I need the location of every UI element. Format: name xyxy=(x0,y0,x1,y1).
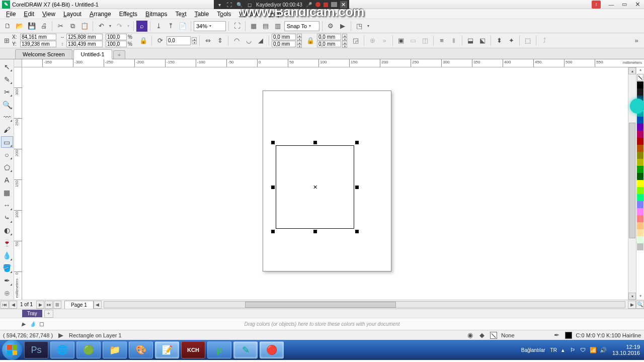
menu-view[interactable]: View xyxy=(38,10,59,19)
zoom-combo[interactable]: 34%▾ xyxy=(194,21,226,31)
hscroll-right-button[interactable]: ▶ xyxy=(628,301,636,309)
palette-swatch[interactable] xyxy=(637,187,643,194)
palette-swatch[interactable] xyxy=(637,173,643,180)
ruler-horizontal[interactable]: -350 -300 -250 -200 -150 -100 -50 0 50 1… xyxy=(14,59,644,67)
task-paint[interactable]: 🎨 xyxy=(129,341,153,358)
y-input[interactable] xyxy=(20,41,56,47)
eyedropper-tool[interactable]: 💧 xyxy=(1,250,13,261)
tray-nofill-icon[interactable] xyxy=(38,321,45,328)
hscroll-left-button[interactable]: ◀ xyxy=(94,301,102,309)
distribute-button[interactable]: ⫴ xyxy=(448,35,459,46)
notification-icon[interactable]: ! xyxy=(592,1,601,9)
page-first-button[interactable]: ⏮ xyxy=(1,301,9,309)
task-utorrent[interactable]: μ xyxy=(207,341,231,358)
artistic-tool[interactable]: 🖌 xyxy=(1,124,13,135)
status-play-icon[interactable]: ▶ xyxy=(57,331,65,339)
palette-swatch[interactable] xyxy=(637,131,643,138)
scroll-thumb[interactable] xyxy=(629,123,635,238)
canvas[interactable]: ✕ xyxy=(22,67,628,300)
copy-button[interactable]: ⧉ xyxy=(67,21,78,32)
menu-help[interactable]: Help xyxy=(265,10,285,19)
align-button[interactable]: ≡ xyxy=(436,35,447,46)
show-grid-button[interactable]: ▤ xyxy=(260,21,271,32)
shape-tool[interactable]: ✎ xyxy=(1,73,13,85)
height-input[interactable] xyxy=(66,41,103,47)
print-button[interactable]: 🖨 xyxy=(38,21,49,32)
navigator-button[interactable]: 🔍 xyxy=(636,301,644,309)
ruler-origin[interactable] xyxy=(14,59,22,67)
quick-trace-button[interactable]: ✦ xyxy=(506,35,517,46)
menu-layout[interactable]: Layout xyxy=(59,10,86,19)
drop-shadow-tool[interactable]: ◐ xyxy=(1,225,13,236)
width-input[interactable] xyxy=(66,34,103,40)
corner-tr-input[interactable] xyxy=(317,34,341,40)
outline-swatch[interactable] xyxy=(565,332,572,339)
palette-swatch[interactable] xyxy=(637,194,643,201)
show-guides-button[interactable]: ▥ xyxy=(272,21,283,32)
corner-chamfer-button[interactable]: ◢ xyxy=(255,35,266,46)
overflow-button[interactable]: » xyxy=(631,35,642,46)
palette-swatch[interactable] xyxy=(637,208,643,215)
tray-shield-icon[interactable]: 🛡 xyxy=(579,346,587,354)
tray-connections[interactable]: Bağlantılar xyxy=(521,347,545,353)
palette-swatch[interactable] xyxy=(637,243,643,250)
handle-top-right[interactable] xyxy=(355,141,359,144)
recorder-record-icon[interactable] xyxy=(315,2,320,7)
redo-dropdown[interactable]: ▾ xyxy=(126,21,131,32)
task-chrome[interactable]: 🟢 xyxy=(76,341,101,358)
task-bandicam[interactable]: 🔴 xyxy=(260,341,284,358)
palette-swatch[interactable] xyxy=(637,88,643,96)
snap-combo[interactable]: Snap To▾ xyxy=(284,21,319,31)
scroll-up-button[interactable]: ▴ xyxy=(628,67,636,74)
page-tab-1[interactable]: Page 1 xyxy=(64,301,94,309)
table-tool[interactable]: ▦ xyxy=(1,187,13,198)
corner-bl-input[interactable] xyxy=(272,41,296,47)
tab-welcome[interactable]: Welcome Screen xyxy=(15,49,72,59)
rectangle-tool[interactable]: ▭ xyxy=(1,136,13,148)
convert-curves-button[interactable]: ◫ xyxy=(420,35,431,46)
palette-swatch[interactable] xyxy=(637,236,643,243)
export-object-button[interactable]: ⤴ xyxy=(539,35,550,46)
recorder-mic-icon[interactable]: 🎤 xyxy=(305,1,312,8)
menu-effects[interactable]: Effects xyxy=(115,10,141,19)
palette-swatch[interactable] xyxy=(637,166,643,173)
scale-x-input[interactable] xyxy=(106,34,127,40)
tray-volume-icon[interactable]: 🔊 xyxy=(599,346,607,354)
show-rulers-button[interactable]: ▦ xyxy=(248,21,259,32)
recorder-target-icon[interactable]: ◻ xyxy=(246,1,253,8)
x-input[interactable] xyxy=(20,34,56,40)
minimize-button[interactable]: — xyxy=(605,0,618,9)
handle-mid-left[interactable] xyxy=(271,186,275,189)
tray-flag-icon[interactable]: 🏳 xyxy=(569,346,577,354)
order-button[interactable]: ⬍ xyxy=(494,35,505,46)
task-ie[interactable]: 🌐 xyxy=(50,341,74,358)
search-button[interactable]: ⌕ xyxy=(136,21,147,32)
corner-tl-input[interactable] xyxy=(272,34,296,40)
weld-button[interactable]: ⬓ xyxy=(465,35,476,46)
tray-network-icon[interactable]: 📶 xyxy=(589,346,597,354)
maximize-button[interactable]: ▭ xyxy=(618,0,631,9)
transparency-tool[interactable]: 🍷 xyxy=(1,237,13,249)
tray-eyedropper-icon[interactable]: 💧 xyxy=(29,321,36,328)
convert-button[interactable]: ⬚ xyxy=(522,35,533,46)
launch-button[interactable]: ▶ xyxy=(337,21,348,32)
fill-swatch-none[interactable] xyxy=(490,332,497,339)
page-add-button[interactable]: ⊞ xyxy=(53,301,61,309)
tray-play-icon[interactable]: ▶ xyxy=(20,321,27,328)
menu-window[interactable]: Window xyxy=(235,10,265,19)
recorder-menu-icon[interactable]: ▾ xyxy=(216,1,223,8)
task-photoshop[interactable]: Ps xyxy=(24,341,48,358)
open-button[interactable]: 📂 xyxy=(14,21,25,32)
import-button[interactable]: ⤓ xyxy=(153,21,164,32)
cut-button[interactable]: ✂ xyxy=(55,21,66,32)
palette-swatch[interactable] xyxy=(637,152,643,159)
connector-tool[interactable]: ⤷ xyxy=(1,212,13,224)
status-color-proof-icon[interactable]: ◉ xyxy=(466,331,474,339)
tab-untitled-1[interactable]: Untitled-1 xyxy=(73,49,112,59)
palette-no-fill[interactable] xyxy=(637,74,643,81)
palette-swatch[interactable] xyxy=(637,81,643,88)
to-back-button[interactable]: » xyxy=(379,35,390,46)
app-launcher-button[interactable]: ◳ xyxy=(354,21,365,32)
wrap-text-button[interactable]: ▣ xyxy=(395,35,407,46)
tray-add-button[interactable]: + xyxy=(44,310,53,318)
